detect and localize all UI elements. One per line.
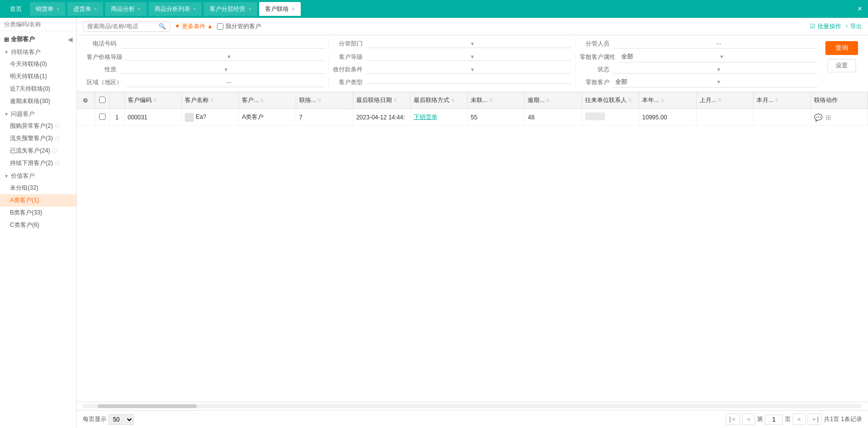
filter-search-input[interactable] [87, 23, 157, 30]
tab-close-purchase[interactable]: × [94, 6, 97, 12]
sidebar-item-0-3[interactable]: 逾期未联络(30) [0, 95, 76, 107]
grid-icon[interactable]: ⊞ [825, 113, 831, 121]
this-year-sort-icon: ⇅ [660, 98, 664, 103]
sidebar-item-1-3[interactable]: 持续下滑客户(2)ⓘ [0, 157, 76, 169]
person-dots-icon[interactable]: ··· [716, 40, 815, 47]
row-last-way[interactable]: 下销货单 [410, 109, 467, 126]
sidebar-item-2-2[interactable]: B类客户(33) [0, 207, 76, 219]
nav-tab-purchase[interactable]: 进货单× [67, 2, 103, 16]
type-col-header[interactable]: 客户...⇅ [239, 92, 296, 109]
query-button[interactable]: 查询 [825, 41, 858, 55]
this-month-col-header[interactable]: 本月...⇅ [754, 92, 811, 109]
contact-person-col-header[interactable]: 往来单位联系人⇅ [582, 92, 639, 109]
contact-col-header[interactable]: 联络...⇅ [296, 92, 353, 109]
last-page-button[interactable]: ＞| [808, 414, 822, 425]
chat-icon[interactable]: 💬 [814, 113, 822, 121]
customer-table: ⚙ 客户编码⇅ 客户名称⇅ 客户...⇅ 联络...⇅ 最后联络日期⇅ 最后联络… [77, 92, 868, 126]
horizontal-scroll[interactable] [77, 402, 868, 410]
settings-col-header[interactable]: ⚙ [77, 92, 95, 109]
sidebar-item-1-0[interactable]: 囤购异常客户(2)ⓘ [0, 120, 76, 132]
batch-ops-button[interactable]: ☑ 批量操作 [810, 22, 841, 31]
page-number-input[interactable] [765, 415, 783, 425]
region-select[interactable]: ··· [126, 78, 325, 87]
prev-page-button[interactable]: ＜ [742, 414, 755, 425]
overdue-col-header[interactable]: 逾期...⇅ [525, 92, 582, 109]
group-arrow-icon: ▼ [4, 173, 9, 179]
customer-grade-select[interactable]: ▼ [367, 53, 571, 61]
info-icon: ⓘ [52, 148, 57, 155]
last-way-link[interactable]: 下销货单 [414, 113, 437, 120]
select-all-checkbox[interactable] [99, 97, 106, 103]
nav-tab-goods-list[interactable]: 商品分析列表× [149, 2, 202, 16]
filter-retail-attr: 零散客户属性 全部 ▼ [576, 52, 821, 62]
sidebar-group-1[interactable]: ▼问题客户 [0, 107, 76, 120]
sidebar-item-label: 已流失客户(24) [10, 147, 50, 155]
retail-customer-select[interactable]: 全部 ▼ [613, 77, 817, 88]
scroll-track[interactable] [83, 404, 862, 408]
row-checkbox[interactable] [99, 113, 106, 120]
person-select[interactable]: ··· [613, 39, 817, 49]
price-grade-select[interactable]: ▼ [126, 53, 325, 61]
filter-price-grade: 客户价格等级 ▼ [83, 53, 329, 61]
nav-tab-home[interactable]: 首页 [4, 2, 28, 16]
settings-button[interactable]: 设置 [827, 59, 856, 72]
all-customers-label: 全部客户 [11, 35, 35, 44]
sidebar-search-input[interactable] [4, 21, 77, 28]
row-checkbox-cell[interactable] [95, 109, 109, 126]
table-row: 1 000031 Ea? A类客户 7 2023-04-12 14:44: 下销… [77, 109, 868, 126]
row-overdue: 48 [525, 109, 582, 126]
nav-tab-customer-contact[interactable]: 客户联络× [259, 2, 301, 16]
sidebar-item-2-1[interactable]: A类客户(1) [0, 194, 76, 207]
row-this-month [754, 109, 811, 126]
payment-select[interactable]: ▼ [367, 66, 571, 74]
sidebar-item-0-2[interactable]: 近7天待联络(0) [0, 83, 76, 95]
sidebar-item-0-0[interactable]: 今天待联络(0) [0, 58, 76, 70]
sidebar-item-1-2[interactable]: 已流失客户(24)ⓘ [0, 145, 76, 157]
last-way-col-header[interactable]: 最后联络方式⇅ [410, 92, 467, 109]
filter-more-button[interactable]: ▼ 更多条件 ▲ [174, 22, 213, 31]
overdue-sort-icon: ⇅ [546, 98, 550, 103]
phone-input[interactable] [120, 39, 325, 49]
nav-tab-goods-analysis[interactable]: 商品分析× [105, 2, 147, 16]
scroll-thumb[interactable] [98, 404, 197, 408]
tab-close-customer-seg[interactable]: × [248, 6, 251, 12]
last-month-col-header[interactable]: 上月...⇅ [696, 92, 753, 109]
this-year-col-header[interactable]: 本年...⇅ [639, 92, 696, 109]
tab-close-sales[interactable]: × [56, 6, 59, 12]
sidebar-item-1-1[interactable]: 流失预警客户(3)ⓘ [0, 132, 76, 145]
next-page-button[interactable]: ＞ [793, 414, 806, 425]
status-select[interactable]: ▼ [613, 66, 817, 74]
first-page-button[interactable]: |＜ [726, 414, 740, 425]
region-dots-icon[interactable]: ··· [226, 79, 323, 86]
tab-close-goods-analysis[interactable]: × [138, 6, 141, 12]
last-date-col-header[interactable]: 最后联络日期⇅ [353, 92, 410, 109]
checkbox-col-header[interactable] [95, 92, 109, 109]
sidebar-item-0-1[interactable]: 明天待联络(1) [0, 70, 76, 83]
name-col-header[interactable]: 客户名称⇅ [181, 92, 238, 109]
nav-tab-sales[interactable]: 销货单× [30, 2, 65, 16]
page-size-select[interactable]: 50 20 100 [108, 414, 134, 425]
retail-attr-select[interactable]: 全部 ▼ [619, 52, 817, 62]
filter-search-icon[interactable]: 🔍 [159, 23, 166, 30]
customer-type-select[interactable] [367, 81, 571, 84]
code-col-header[interactable]: 客户编码⇅ [124, 92, 181, 109]
export-button[interactable]: ↑ 导出 [845, 22, 862, 31]
my-customers-check[interactable] [217, 23, 223, 30]
sidebar-collapse-btn[interactable]: ◀ [68, 36, 72, 43]
sidebar-group-2[interactable]: ▼价值客户 [0, 169, 76, 182]
uncontact-col-header[interactable]: 未联...⇅ [468, 92, 525, 109]
tab-close-customer-contact[interactable]: × [292, 6, 295, 12]
tab-close-goods-list[interactable]: × [193, 6, 196, 12]
filter-phone: 电话号码 [83, 39, 329, 49]
sidebar-item-2-0[interactable]: 未分组(32) [0, 182, 76, 194]
sidebar-item-2-3[interactable]: C类客户(6) [0, 219, 76, 231]
nature-select[interactable]: ▼ [120, 66, 325, 74]
my-customers-checkbox[interactable]: 我分管的客户 [217, 22, 261, 31]
close-all-button[interactable]: × [856, 2, 864, 15]
dept-select[interactable]: ▼ [367, 40, 571, 48]
sidebar-group-0[interactable]: ▼待联络客户 [0, 46, 76, 58]
nav-tab-customer-seg[interactable]: 客户分层经营× [204, 2, 257, 16]
row-settings[interactable] [77, 109, 95, 126]
info-icon: ⓘ [55, 135, 60, 142]
last-way-sort-icon: ⇅ [451, 98, 455, 103]
